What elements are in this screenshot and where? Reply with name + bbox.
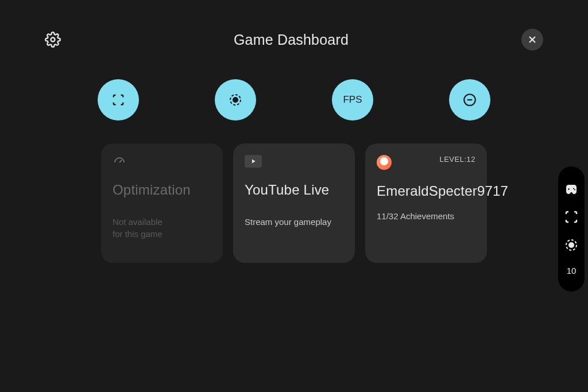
- svg-point-3: [233, 98, 238, 102]
- youtube-live-card[interactable]: YouTube Live Stream your gameplay: [233, 143, 355, 263]
- record-button[interactable]: [215, 79, 256, 121]
- card-title: EmeraldSpecter9717: [377, 183, 475, 200]
- fps-label: FPS: [343, 94, 362, 106]
- side-panel: 10: [558, 166, 585, 292]
- gamepad-icon[interactable]: [564, 183, 578, 196]
- screenshot-button[interactable]: [98, 79, 139, 121]
- fps-button[interactable]: FPS: [332, 79, 373, 121]
- screenshot-side-icon[interactable]: [564, 210, 578, 224]
- svg-marker-7: [252, 160, 256, 164]
- svg-point-9: [569, 243, 574, 247]
- card-title: YouTube Live: [245, 181, 343, 199]
- optimization-card[interactable]: Optimization Not available for this game: [101, 143, 223, 263]
- page-title: Game Dashboard: [234, 32, 349, 48]
- profile-card[interactable]: LEVEL:12 EmeraldSpecter9717 11/32 Achiev…: [365, 143, 487, 263]
- speedometer-icon: [113, 155, 126, 169]
- card-subtitle: 11/32 Achievements: [377, 210, 475, 222]
- dnd-button[interactable]: [449, 79, 490, 121]
- settings-icon[interactable]: [45, 32, 61, 48]
- record-side-icon[interactable]: [564, 238, 578, 252]
- quick-actions-row: FPS: [0, 67, 588, 133]
- card-subtitle: Not available for this game: [113, 216, 211, 240]
- svg-line-6: [119, 160, 122, 162]
- youtube-icon: [245, 155, 262, 168]
- card-title: Optimization: [113, 181, 211, 199]
- card-subtitle: Stream your gameplay: [245, 216, 343, 228]
- close-button[interactable]: [521, 29, 543, 51]
- level-badge: LEVEL:12: [439, 155, 475, 164]
- side-number: 10: [567, 266, 577, 275]
- avatar: [377, 155, 392, 170]
- cards-row: Optimization Not available for this game…: [0, 133, 588, 273]
